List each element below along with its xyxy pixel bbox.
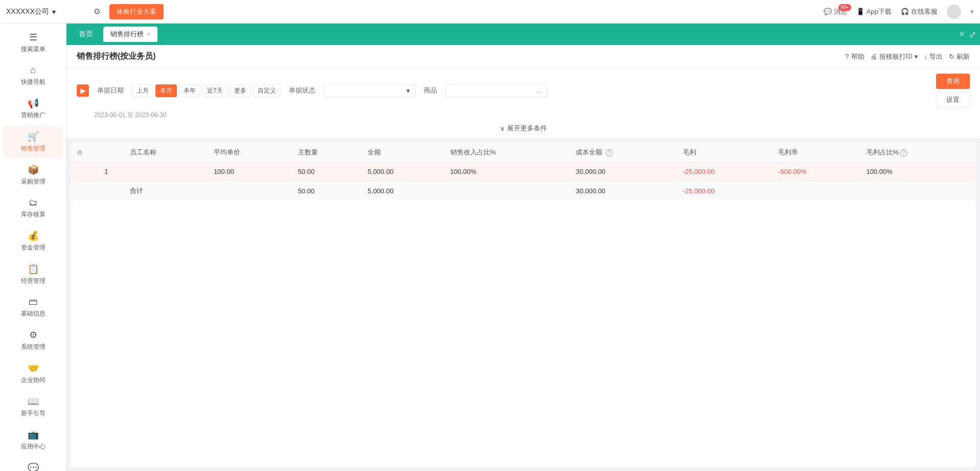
chevron-down-icon: ▾	[52, 8, 56, 16]
home-tab[interactable]: 首页	[71, 26, 101, 43]
row-rank: 1	[89, 163, 124, 181]
date-btn-5[interactable]: 自定义	[253, 84, 281, 97]
table-row[interactable]: 1 100.00 50.00 5,000.00 100.00% 30,000.0…	[71, 163, 976, 181]
sidebar-item-sales[interactable]: 🛒 销售管理	[3, 126, 63, 158]
sidebar-item-purchase[interactable]: 📦 采购管理	[3, 159, 63, 191]
sidebar-item-search[interactable]: ☰ 搜索菜单	[3, 27, 63, 59]
sidebar-item-inventory[interactable]: 🗂 库存核算	[3, 192, 63, 224]
username-label: ▾	[970, 8, 974, 15]
operations-icon: 📋	[28, 263, 39, 275]
sidebar-item-quicknav[interactable]: ⌂ 快捷导航	[3, 60, 63, 92]
date-btn-0[interactable]: 上月	[132, 84, 153, 97]
status-chevron: ▾	[406, 87, 410, 95]
footer-profit: -25,000.00	[677, 181, 772, 201]
print-icon: 🖨	[871, 53, 877, 60]
sidebar-label-sales: 销售管理	[21, 144, 45, 153]
expand-more-btn[interactable]: ∨ 展开更多条件	[500, 124, 547, 133]
collab-icon: 🤝	[28, 363, 39, 374]
appstore-icon: 📺	[28, 429, 39, 440]
row-avg-price: 100.00	[208, 163, 292, 181]
gear-icon[interactable]: ⚙	[90, 5, 104, 19]
company-selector[interactable]: XXXXXX公司 ▾	[6, 7, 88, 16]
col-profit: 毛利	[677, 143, 772, 163]
date-btn-3[interactable]: 近7天	[202, 84, 227, 97]
sidebar-label-appstore: 应用中心	[21, 442, 45, 451]
row-profit: -25,000.00	[677, 163, 772, 181]
sidebar-label-collab: 企业协同	[21, 376, 45, 385]
avatar[interactable]	[947, 5, 961, 19]
sidebar-label-inventory: 库存核算	[21, 210, 45, 219]
filter-actions: 查询 设置	[936, 74, 970, 107]
row-name	[124, 163, 208, 181]
date-btn-2[interactable]: 本年	[179, 84, 200, 97]
sidebar-item-appstore[interactable]: 📺 应用中心	[3, 424, 63, 456]
print-action[interactable]: 🖨 按模板打印 ▾	[871, 52, 918, 61]
sales-icon: 🛒	[28, 131, 39, 142]
sales-ranking-tab[interactable]: 销售排行榜 ×	[103, 27, 157, 42]
cost-info-icon[interactable]: ?	[606, 149, 613, 156]
message-icon-item[interactable]: 💬 消息 99+	[824, 7, 847, 16]
footer-profit-pct	[860, 181, 976, 201]
page-header-actions: ? 帮助 🖨 按模板打印 ▾ ↓ 导出 ↻ 刷新	[845, 52, 970, 61]
date-range-text: 2023-06-01 至 2023-06-30	[94, 111, 166, 120]
footer-main-qty: 50.00	[292, 181, 361, 201]
print-label: 按模板打印	[879, 52, 913, 61]
sidebar-label-quicknav: 快捷导航	[21, 78, 45, 86]
refresh-label: 刷新	[956, 52, 970, 61]
col-settings[interactable]: ⚙	[71, 143, 89, 163]
export-action[interactable]: ↓ 导出	[924, 52, 943, 61]
window-expand-icon[interactable]: ⤢	[969, 30, 976, 39]
chevron-down-icon: ∨	[500, 125, 505, 132]
sidebar-item-operations[interactable]: 📋 经营管理	[3, 258, 63, 290]
status-filter-label: 单据状态	[289, 86, 315, 95]
col-sales-pct: 销售收入占比%	[444, 143, 570, 163]
date-btn-1[interactable]: 本月	[155, 84, 177, 97]
row-profit-pct: 100.00%	[860, 163, 976, 181]
service-item[interactable]: 🎧 在线客服	[901, 7, 938, 16]
profit-pct-info-icon[interactable]: ?	[900, 149, 907, 156]
export-label: 导出	[929, 52, 943, 61]
help-action[interactable]: ? 帮助	[845, 52, 864, 61]
footer-empty1	[71, 181, 89, 201]
wechat-icon: 💬	[28, 462, 39, 471]
filter-row: ▶ 单据日期 上月本月本年近7天更多自定义 单据状态 ▾ 商品 … 查询	[77, 74, 970, 107]
sidebar-label-system: 系统管理	[21, 343, 45, 351]
page-content: 销售排行榜(按业务员) ? 帮助 🖨 按模板打印 ▾ ↓ 导出	[66, 45, 980, 471]
help-icon: ?	[845, 53, 849, 60]
sidebar-item-finance[interactable]: 💰 资金管理	[3, 225, 63, 257]
date-btn-4[interactable]: 更多	[230, 84, 251, 97]
print-chevron: ▾	[915, 53, 918, 60]
sidebar-item-basic[interactable]: 🗃 基础信息	[3, 291, 63, 323]
query-button[interactable]: 查询	[936, 74, 970, 89]
close-tab-icon[interactable]: ×	[147, 31, 150, 38]
tab-bar: 首页 销售排行榜 × × ⤢	[66, 24, 980, 45]
table-head: ⚙ 员工名称 平均单价 主数量 全额 销售收入占比% 成本全额 ? 毛利 毛利率…	[71, 143, 976, 163]
footer-amount: 5,000.00	[361, 181, 444, 201]
sidebar-label-marketing: 营销推广	[21, 111, 45, 120]
status-select[interactable]: ▾	[324, 84, 416, 97]
goods-more-icon: …	[535, 87, 542, 95]
refresh-icon: ↻	[949, 53, 954, 60]
date-range-row: 2023-06-01 至 2023-06-30	[77, 109, 970, 120]
sidebar-label-purchase: 采购管理	[21, 177, 45, 186]
sidebar-item-newbie[interactable]: 📖 新手引导	[3, 391, 63, 423]
sidebar-item-collab[interactable]: 🤝 企业协同	[3, 357, 63, 390]
footer-sales-pct	[444, 181, 570, 201]
app-download-item[interactable]: 📱 App下载	[856, 7, 892, 16]
row-cost: 30,000.00	[569, 163, 676, 181]
help-label: 帮助	[851, 52, 864, 61]
inventory-icon: 🗂	[29, 197, 38, 208]
col-name: 员工名称	[124, 143, 208, 163]
filter-expand-arrow[interactable]: ▶	[77, 84, 89, 97]
refresh-action[interactable]: ↻ 刷新	[949, 52, 970, 61]
newbie-icon: 📖	[28, 396, 39, 407]
window-close-icon[interactable]: ×	[960, 30, 964, 39]
finance-icon: 💰	[28, 230, 39, 241]
goods-input[interactable]: …	[445, 84, 548, 97]
main-layout: ☰ 搜索菜单 ⌂ 快捷导航 📢 营销推广 🛒 销售管理 📦 采购管理 🗂 库存核…	[0, 24, 980, 471]
sidebar-item-wechat[interactable]: 💬 企业微信	[3, 457, 63, 471]
sidebar-item-marketing[interactable]: 📢 营销推广	[3, 93, 63, 125]
settings-button[interactable]: 设置	[936, 92, 970, 107]
sidebar-item-system[interactable]: ⚙ 系统管理	[3, 324, 63, 356]
trial-button[interactable]: 体验行业方案	[109, 4, 164, 19]
